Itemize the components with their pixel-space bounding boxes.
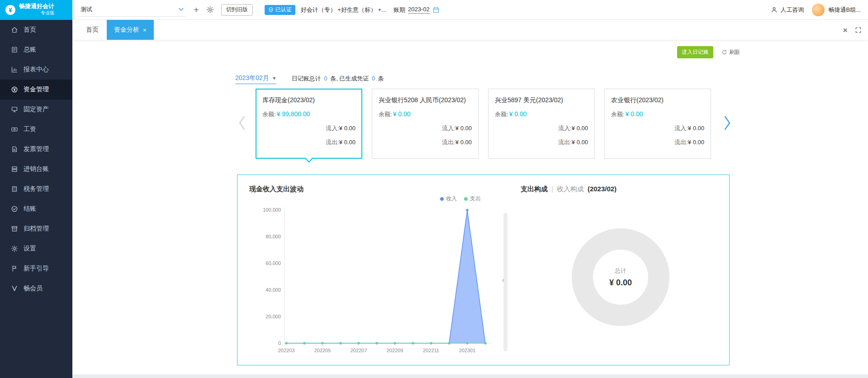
main-content: 进入日记账 刷新 2023年02月 ▼ 日记账总计 0 条, 已生成凭证 0 条 <box>72 40 868 374</box>
donut-total-value: ¥ 0.00 <box>609 278 632 288</box>
tab-list: 首页资金分析× <box>78 20 154 40</box>
sidebar-item-member[interactable]: 畅会员 <box>0 279 72 298</box>
fixed-asset-icon <box>11 106 18 113</box>
tab-close-icon[interactable]: × <box>143 27 147 33</box>
svg-text:40,000: 40,000 <box>266 287 281 293</box>
account-card[interactable]: 兴业银行5208 人民币(2023/02)余额:¥ 0.00流入:¥ 0.00流… <box>372 89 479 159</box>
sidebar-item-salary[interactable]: 工资 <box>0 119 72 139</box>
app-title: 畅捷通好会计 <box>19 3 54 10</box>
home-icon <box>11 26 18 33</box>
avatar[interactable] <box>812 4 825 16</box>
refresh-button[interactable]: 刷新 <box>721 48 740 56</box>
sidebar-item-label: 新手引导 <box>24 265 49 273</box>
closing-icon <box>11 205 18 213</box>
topbar: ¥ 畅捷通好会计 专业版 测试 + 切到旧版 已认证 好会计（专） +好生意（标… <box>0 0 868 20</box>
username[interactable]: 畅捷通B组... <box>828 6 861 14</box>
sidebar-item-report[interactable]: 报表中心 <box>0 60 72 80</box>
period-value[interactable]: 2023-02 <box>408 6 430 14</box>
account-card[interactable]: 兴业5897 美元(2023/02)余额:¥ 0.00流入:¥ 0.00流出:¥… <box>488 89 595 159</box>
sidebar-item-label: 归档管理 <box>24 225 49 233</box>
account-balance: 余额:¥ 0.00 <box>611 110 704 118</box>
support-link[interactable]: 人工咨询 <box>771 6 804 14</box>
account-outflow: 流出:¥ 0.00 <box>495 138 588 146</box>
account-card[interactable]: 农业银行(2023/02)余额:¥ 0.00流入:¥ 0.00流出:¥ 0.00 <box>604 89 711 159</box>
inventory-ledger-icon <box>11 165 18 173</box>
legend-item[interactable]: 收入 <box>440 195 457 203</box>
app-root: ¥ 畅捷通好会计 专业版 测试 + 切到旧版 已认证 好会计（专） +好生意（标… <box>0 0 868 378</box>
sidebar-item-label: 发票管理 <box>24 145 49 153</box>
sidebar-item-closing[interactable]: 结账 <box>0 199 72 219</box>
dropdown-arrow-icon: ▼ <box>272 76 276 80</box>
panel-collapse-handle[interactable]: ‹ <box>503 213 508 351</box>
tab-home[interactable]: 首页 <box>78 20 107 40</box>
account-balance: 余额:¥ 99,800.00 <box>262 110 356 118</box>
carousel-next-icon[interactable] <box>724 116 731 130</box>
sidebar-menu: 首页总账报表中心资金管理固定资产工资发票管理进销台账税务管理结账归档管理设置新手… <box>0 20 72 298</box>
chart-legend: 收入支出 <box>440 195 481 203</box>
svg-text:0: 0 <box>278 340 281 346</box>
switch-version-button[interactable]: 切到旧版 <box>221 4 253 16</box>
tab-income-composition[interactable]: 收入构成 <box>557 185 584 193</box>
account-outflow: 流出:¥ 0.00 <box>262 138 356 146</box>
account-inflow: 流入:¥ 0.00 <box>379 124 472 132</box>
settings-icon <box>11 245 18 252</box>
account-card[interactable]: 库存现金(2023/02)余额:¥ 99,800.00流入:¥ 0.00流出:¥… <box>256 89 362 159</box>
sidebar-item-label: 畅会员 <box>24 284 43 293</box>
app-logo[interactable]: ¥ 畅捷通好会计 专业版 <box>0 0 72 20</box>
account-outflow: 流出:¥ 0.00 <box>379 138 472 146</box>
certified-label: 已认证 <box>275 6 292 14</box>
sidebar-item-archive[interactable]: 归档管理 <box>0 219 72 239</box>
sidebar-item-inventory[interactable]: 进销台账 <box>0 159 72 179</box>
close-icon[interactable]: × <box>843 26 848 34</box>
chart-panel: 现金收入支出波动 收入支出 020,00040,00060,00080,0001… <box>237 175 730 365</box>
period-label: 账期 <box>394 6 405 14</box>
svg-text:202207: 202207 <box>351 348 367 353</box>
sidebar-item-tax[interactable]: 税务管理 <box>0 179 72 199</box>
sidebar-item-label: 固定资产 <box>24 105 49 113</box>
svg-text:202211: 202211 <box>423 348 439 353</box>
svg-text:100,000: 100,000 <box>263 207 281 213</box>
workspace-select[interactable]: 测试 <box>79 3 185 17</box>
svg-text:202203: 202203 <box>278 348 295 353</box>
sidebar-item-label: 总账 <box>24 46 36 54</box>
certified-badge: 已认证 <box>265 5 295 15</box>
collapse-chevron-icon: ‹ <box>502 276 504 284</box>
guide-icon <box>11 265 18 272</box>
month-select[interactable]: 2023年02月 ▼ <box>235 74 276 84</box>
svg-text:20,000: 20,000 <box>266 314 281 319</box>
legend-item[interactable]: 支出 <box>464 195 481 203</box>
ledger-icon <box>11 46 18 53</box>
sidebar-item-label: 资金管理 <box>24 85 49 94</box>
sidebar-item-invoice[interactable]: 发票管理 <box>0 139 72 159</box>
archive-icon <box>11 225 18 232</box>
person-icon <box>771 6 778 13</box>
member-icon <box>11 285 18 292</box>
tab-label: 资金分析 <box>114 26 139 34</box>
calendar-icon[interactable] <box>432 6 440 14</box>
sidebar-item-settings[interactable]: 设置 <box>0 239 72 259</box>
donut-chart: 总计 ¥ 0.00 <box>572 228 669 326</box>
carousel-prev-icon[interactable] <box>238 116 246 130</box>
svg-text:202209: 202209 <box>387 348 403 353</box>
enter-journal-button[interactable]: 进入日记账 <box>677 46 713 58</box>
support-label: 人工咨询 <box>780 6 804 14</box>
sidebar-item-ledger[interactable]: 总账 <box>0 40 72 60</box>
account-name: 农业银行(2023/02) <box>611 96 704 104</box>
tab-funds-analysis[interactable]: 资金分析× <box>107 20 154 40</box>
sidebar-item-funds[interactable]: 资金管理 <box>0 80 72 99</box>
add-account-set-button[interactable]: + <box>194 5 199 14</box>
logo-coin-icon: ¥ <box>5 5 15 15</box>
fullscreen-icon[interactable] <box>855 27 862 33</box>
sidebar-item-asset[interactable]: 固定资产 <box>0 99 72 119</box>
line-chart: 020,00040,00060,00080,000100,00020220320… <box>246 203 499 359</box>
accounting-period: 账期 2023-02 <box>394 6 440 14</box>
selected-pointer <box>305 155 313 163</box>
report-center-icon <box>11 66 18 73</box>
tab-expense-composition[interactable]: 支出构成 <box>521 185 548 193</box>
svg-text:202301: 202301 <box>459 348 476 353</box>
sidebar-item-guide[interactable]: 新手引导 <box>0 259 72 279</box>
account-inflow: 流入:¥ 0.00 <box>262 124 356 132</box>
gear-icon[interactable] <box>206 6 214 14</box>
sidebar-item-home[interactable]: 首页 <box>0 20 72 40</box>
journal-count: 0 <box>324 75 327 82</box>
